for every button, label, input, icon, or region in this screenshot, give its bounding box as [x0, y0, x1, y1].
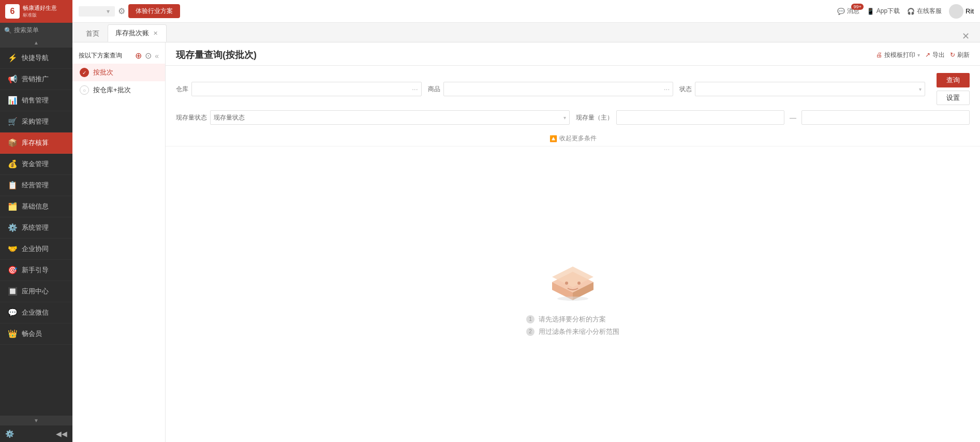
topbar-left: ▾ ⚙ 体验行业方案	[79, 4, 832, 18]
sidebar-item-label: 畅会员	[22, 329, 42, 338]
step1-num: 1	[526, 315, 534, 323]
qty-status-select[interactable]: 现存量状态 ▾	[210, 110, 570, 125]
finance-icon: 💰	[7, 159, 18, 169]
enterprise-icon: 🤝	[7, 244, 18, 254]
qty-status-filter-cell: 现存量状态 现存量状态 ▾	[176, 110, 570, 125]
refresh-label: 刷新	[957, 51, 970, 60]
collapse-label: 收起更多条件	[559, 134, 597, 143]
export-btn[interactable]: ↗ 导出	[925, 51, 945, 60]
plan-item-batch[interactable]: ✓ 按批次	[72, 64, 165, 81]
plan-item-warehouse-batch[interactable]: ○ 按仓库+批次	[72, 81, 165, 99]
print-label: 按模板打印	[884, 51, 915, 60]
warehouse-dots[interactable]: ···	[412, 85, 418, 93]
message-icon: 💬	[837, 8, 845, 15]
sidebar-item-purchase[interactable]: 🛒 采购管理	[0, 111, 72, 132]
settings-button[interactable]: 设置	[937, 91, 970, 105]
sidebar-item-guide[interactable]: 🎯 新手引导	[0, 260, 72, 281]
warehouse-field[interactable]: ···	[191, 82, 422, 96]
search-icon: 🔍	[4, 27, 12, 34]
breadcrumb: ▾	[79, 6, 115, 17]
sidebar-item-apps[interactable]: 🔲 应用中心	[0, 281, 72, 302]
left-panel-header: 按以下方案查询 ⊕ ⊙ «	[72, 48, 165, 64]
inventory-icon: 📦	[7, 138, 18, 148]
qty-status-caret-icon: ▾	[563, 115, 566, 121]
topbar-gear-icon[interactable]: ⚙	[118, 6, 125, 16]
shortcut-icon: ⚡	[7, 53, 18, 63]
sidebar-item-sales[interactable]: 📊 销售管理	[0, 90, 72, 111]
product-input[interactable]	[447, 85, 662, 93]
sidebar-item-member[interactable]: 👑 畅会员	[0, 323, 72, 345]
step2-text: 用过滤条件来缩小分析范围	[539, 327, 619, 336]
collapse-sidebar-icon[interactable]: ◀◀	[56, 430, 67, 438]
online-service-btn[interactable]: 🎧 在线客服	[907, 7, 942, 16]
settings-footer-icon[interactable]: ⚙️	[5, 430, 14, 438]
print-btn[interactable]: 🖨 按模板打印 ▾	[876, 51, 920, 60]
warehouse-input[interactable]	[195, 85, 410, 93]
print-chevron-icon: ▾	[917, 52, 920, 58]
app-download-btn[interactable]: 📱 App下载	[867, 7, 900, 16]
sidebar-item-label: 系统管理	[22, 223, 49, 232]
close-tab-icon[interactable]: ✕	[152, 30, 159, 37]
tabs-bar: 首页 库存批次账 ✕ ✕	[72, 23, 980, 42]
sidebar-item-finance[interactable]: 💰 资金管理	[0, 154, 72, 175]
status-select[interactable]: ▾	[695, 82, 925, 96]
search-label: 搜索菜单	[14, 26, 39, 35]
sidebar-item-shortcut[interactable]: ⚡ 快捷导航	[0, 48, 72, 69]
tab-home[interactable]: 首页	[79, 25, 107, 42]
topbar-right: 💬 消息 99+ 📱 App下载 🎧 在线客服 Rit	[837, 4, 974, 19]
title-actions: 🖨 按模板打印 ▾ ↗ 导出 ↻ 刷新	[876, 51, 970, 60]
user-profile[interactable]: Rit	[949, 4, 974, 19]
qty-main-label: 现存量（主）	[576, 113, 613, 122]
qty-max-input[interactable]	[801, 110, 970, 125]
sidebar-scroll-up[interactable]: ▲	[0, 38, 72, 48]
warehouse-filter-cell: 仓库 ···	[176, 82, 422, 96]
filter-container: 仓库 ··· 商品 ···	[166, 66, 980, 146]
sidebar-item-inventory[interactable]: 📦 库存核算	[0, 132, 72, 154]
sidebar-item-marketing[interactable]: 📢 营销推广	[0, 69, 72, 90]
tab-inventory-batch[interactable]: 库存批次账 ✕	[108, 24, 167, 42]
inventory-batch-tab-label: 库存批次账	[115, 28, 149, 38]
left-panel-title: 按以下方案查询	[79, 51, 122, 60]
sidebar-nav: ⚡ 快捷导航 📢 营销推广 📊 销售管理 🛒 采购管理 📦 库存核算 💰 资金管…	[0, 48, 72, 416]
purchase-icon: 🛒	[7, 117, 18, 126]
marketing-icon: 📢	[7, 75, 18, 84]
system-icon: ⚙️	[7, 223, 18, 232]
svg-point-4	[565, 282, 568, 285]
messages-btn[interactable]: 💬 消息 99+	[837, 7, 859, 16]
home-tab-label: 首页	[86, 29, 99, 38]
step1-text: 请先选择要分析的方案	[539, 315, 606, 324]
qty-range-dash: —	[788, 114, 798, 122]
sidebar-item-enterprise[interactable]: 🤝 企业协同	[0, 239, 72, 260]
app-logo: 6	[5, 4, 20, 19]
topbar: ▾ ⚙ 体验行业方案 💬 消息 99+ 📱 App下载 🎧 在线客服 Rit	[72, 0, 980, 23]
empty-illustration	[542, 251, 604, 303]
sidebar-item-system[interactable]: ⚙️ 系统管理	[0, 217, 72, 239]
svg-point-6	[557, 297, 588, 301]
query-button[interactable]: 查询	[937, 73, 970, 87]
product-filter-label: 商品	[428, 85, 440, 94]
empty-step-2: 2 用过滤条件来缩小分析范围	[526, 326, 619, 338]
close-panel-icon[interactable]: ✕	[958, 31, 974, 42]
product-dots[interactable]: ···	[664, 85, 670, 93]
sidebar-search[interactable]: 🔍 搜索菜单	[0, 23, 72, 38]
collapse-left-panel-icon[interactable]: «	[155, 52, 159, 60]
sidebar-item-wechat[interactable]: 💬 企业微信	[0, 302, 72, 323]
empty-step-1: 1 请先选择要分析的方案	[526, 313, 619, 326]
sidebar-item-label: 营销推广	[22, 75, 49, 84]
sidebar-scroll-down[interactable]: ▼	[0, 416, 72, 425]
export-icon: ↗	[925, 51, 930, 58]
qty-min-input[interactable]	[616, 110, 784, 125]
manage-plans-icon[interactable]: ⊙	[145, 51, 152, 61]
sidebar-item-operations[interactable]: 📋 经营管理	[0, 175, 72, 196]
add-plan-icon[interactable]: ⊕	[135, 51, 142, 61]
empty-steps-list: 1 请先选择要分析的方案 2 用过滤条件来缩小分析范围	[526, 313, 619, 338]
refresh-btn[interactable]: ↻ 刷新	[950, 51, 970, 60]
product-field[interactable]: ···	[443, 82, 674, 96]
brand-name: 畅康通好生意	[23, 4, 57, 11]
sidebar-item-basic[interactable]: 🗂️ 基础信息	[0, 196, 72, 217]
basic-icon: 🗂️	[7, 202, 18, 211]
plan-icon-warehouse: ○	[80, 85, 89, 95]
empty-svg	[542, 251, 604, 303]
trial-btn[interactable]: 体验行业方案	[128, 4, 180, 18]
collapse-filters-btn[interactable]: 🔼 收起更多条件	[166, 131, 980, 146]
